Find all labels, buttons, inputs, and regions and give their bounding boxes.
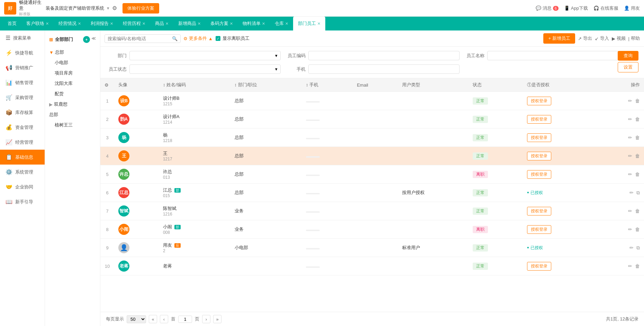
- tab-new-goods[interactable]: 新增商品 ✕: [173, 17, 206, 30]
- message-item[interactable]: 💬 消息 6: [536, 5, 559, 11]
- dept-add-btn[interactable]: +: [83, 36, 90, 43]
- tab-close-barcode[interactable]: ✕: [230, 21, 233, 26]
- auth-button-5[interactable]: 授权登录: [527, 170, 551, 179]
- online-service-item[interactable]: 🎧 在线客服: [593, 5, 618, 11]
- title-dropdown-icon[interactable]: ▾: [107, 6, 109, 11]
- col-dept[interactable]: ↕ 部门/职位: [230, 78, 302, 92]
- dept-node-zhishu[interactable]: 植树王三: [45, 120, 100, 130]
- tab-customer[interactable]: 客户联络 ✕: [21, 17, 54, 30]
- first-page-btn[interactable]: «: [149, 315, 157, 323]
- tab-close-operation[interactable]: ✕: [78, 21, 81, 26]
- search-box[interactable]: 🔍: [105, 34, 181, 43]
- trial-button[interactable]: 体验行业方案: [123, 3, 159, 14]
- nav-marketing[interactable]: 📢 营销推广: [0, 60, 45, 75]
- tab-close-profit[interactable]: ✕: [110, 21, 113, 26]
- edit-icon-1[interactable]: ✏: [628, 98, 632, 104]
- dept-node-shuanglu[interactable]: ▶ 双鹿想: [45, 99, 100, 109]
- dept-node-zongbu2[interactable]: 总部: [45, 109, 100, 120]
- last-page-btn[interactable]: »: [213, 315, 221, 323]
- delete-icon-1[interactable]: 🗑: [635, 98, 640, 104]
- tab-warehouse[interactable]: 仓库 ✕: [270, 17, 293, 30]
- dept-collapse-btn[interactable]: ≪: [91, 36, 96, 43]
- copy-icon-6[interactable]: ⧉: [636, 190, 640, 196]
- view-button[interactable]: ▶ 视频: [612, 35, 626, 42]
- tab-barcode[interactable]: 条码方案 ✕: [206, 17, 238, 30]
- dept-node-project[interactable]: 项目库房: [45, 68, 100, 78]
- nav-search-menu[interactable]: ☰ 搜索菜单: [0, 30, 45, 45]
- edit-icon-9[interactable]: ✏: [629, 245, 634, 251]
- edit-icon-10[interactable]: ✏: [628, 263, 632, 269]
- auth-button-7[interactable]: 授权登录: [527, 207, 551, 215]
- page-size-select[interactable]: 50 100 200: [127, 315, 146, 323]
- delete-icon-10[interactable]: 🗑: [635, 263, 640, 269]
- tab-close-history[interactable]: ✕: [142, 21, 145, 26]
- nav-sales[interactable]: 📊 销售管理: [0, 75, 45, 90]
- edit-icon-7[interactable]: ✏: [628, 208, 632, 214]
- nav-quick-nav[interactable]: ⚡ 快捷导航: [0, 45, 45, 60]
- tab-close-customer[interactable]: ✕: [46, 21, 49, 26]
- nav-inventory[interactable]: 📦 库存核算: [0, 105, 45, 120]
- nav-business[interactable]: 📈 经营管理: [0, 135, 45, 150]
- search-input[interactable]: [108, 36, 170, 41]
- nav-guide[interactable]: 📖 新手引导: [0, 194, 45, 209]
- delete-icon-3[interactable]: 🗑: [635, 135, 640, 140]
- tab-close-dept-staff[interactable]: ✕: [317, 21, 320, 26]
- col-phone[interactable]: ↕ 手机: [302, 78, 353, 92]
- delete-icon-2[interactable]: 🗑: [635, 116, 640, 122]
- tab-close-goods[interactable]: ✕: [165, 21, 169, 26]
- auth-button-1[interactable]: 授权登录: [527, 97, 551, 105]
- nav-purchase[interactable]: 🛒 采购管理: [0, 90, 45, 105]
- delete-icon-5[interactable]: 🗑: [635, 171, 640, 177]
- prev-page-btn[interactable]: ‹: [160, 315, 168, 323]
- filter-dept-select[interactable]: ▾: [129, 51, 281, 60]
- tab-close-new-goods[interactable]: ✕: [198, 21, 201, 26]
- delete-icon-8[interactable]: 🗑: [635, 227, 640, 232]
- filter-name-input[interactable]: [487, 51, 638, 60]
- tab-history[interactable]: 经营历程 ✕: [118, 17, 150, 30]
- auth-button-10[interactable]: 授权登录: [527, 262, 551, 271]
- tab-operation[interactable]: 经营情况 ✕: [54, 17, 86, 30]
- edit-icon-2[interactable]: ✏: [628, 116, 632, 122]
- filter-phone-input[interactable]: [308, 64, 460, 74]
- dept-node-xiaodian[interactable]: 小电部: [45, 58, 100, 68]
- edit-icon-4[interactable]: ✏: [628, 153, 632, 159]
- tab-bom[interactable]: 物料清单 ✕: [238, 17, 270, 30]
- tab-close-bom[interactable]: ✕: [262, 21, 265, 26]
- help-button[interactable]: | 帮助: [628, 35, 640, 42]
- dept-node-zongbu-parent[interactable]: ▼ 总部: [45, 47, 100, 58]
- nav-corp[interactable]: 🤝 企业协同: [0, 179, 45, 194]
- page-input[interactable]: [178, 316, 192, 323]
- filter-code-input[interactable]: [308, 51, 460, 60]
- show-offline-checkbox[interactable]: ✓: [216, 36, 220, 41]
- add-employee-button[interactable]: + 新增员工: [543, 33, 575, 44]
- auth-button-2[interactable]: 授权登录: [527, 115, 551, 124]
- more-filter-btn[interactable]: ⚙ 更多条件 ▲: [183, 35, 213, 42]
- auth-button-3[interactable]: 授权登录: [527, 133, 551, 142]
- col-settings[interactable]: ⚙: [100, 78, 114, 92]
- auth-button-4[interactable]: 授权登录: [527, 152, 551, 160]
- app-download-item[interactable]: 📱 App下载: [564, 5, 588, 11]
- nav-finance[interactable]: 💰 资金管理: [0, 120, 45, 135]
- tab-dept-staff[interactable]: 部门员工 ✕: [293, 17, 325, 30]
- dept-node-peihuo[interactable]: 配货: [45, 89, 100, 99]
- tab-profit[interactable]: 利润报告 ✕: [86, 17, 118, 30]
- show-offline-toggle[interactable]: ✓ 显示离职员工: [216, 35, 250, 42]
- copy-icon-9[interactable]: ⧉: [636, 245, 640, 251]
- tab-home[interactable]: 首页: [3, 17, 21, 30]
- edit-icon-5[interactable]: ✏: [628, 171, 632, 177]
- delete-icon-7[interactable]: 🗑: [635, 208, 640, 214]
- import-button[interactable]: ↙ 导入: [595, 35, 609, 42]
- gear-icon[interactable]: ⚙: [112, 5, 117, 11]
- next-page-btn[interactable]: ›: [202, 315, 210, 323]
- export-button[interactable]: ↗ 导出: [578, 35, 592, 42]
- tab-close-warehouse[interactable]: ✕: [285, 21, 288, 26]
- filter-status-select[interactable]: ▾: [129, 64, 281, 74]
- col-name[interactable]: ↕ 姓名/编码: [159, 78, 230, 92]
- tab-goods[interactable]: 商品 ✕: [150, 17, 173, 30]
- query-button[interactable]: 查询: [618, 51, 638, 61]
- delete-icon-4[interactable]: 🗑: [635, 153, 640, 159]
- auth-button-8[interactable]: 授权登录: [527, 225, 551, 234]
- nav-basic-info[interactable]: 📋 基础信息: [0, 150, 45, 165]
- edit-icon-3[interactable]: ✏: [628, 135, 632, 140]
- reset-button[interactable]: 设置: [618, 62, 638, 72]
